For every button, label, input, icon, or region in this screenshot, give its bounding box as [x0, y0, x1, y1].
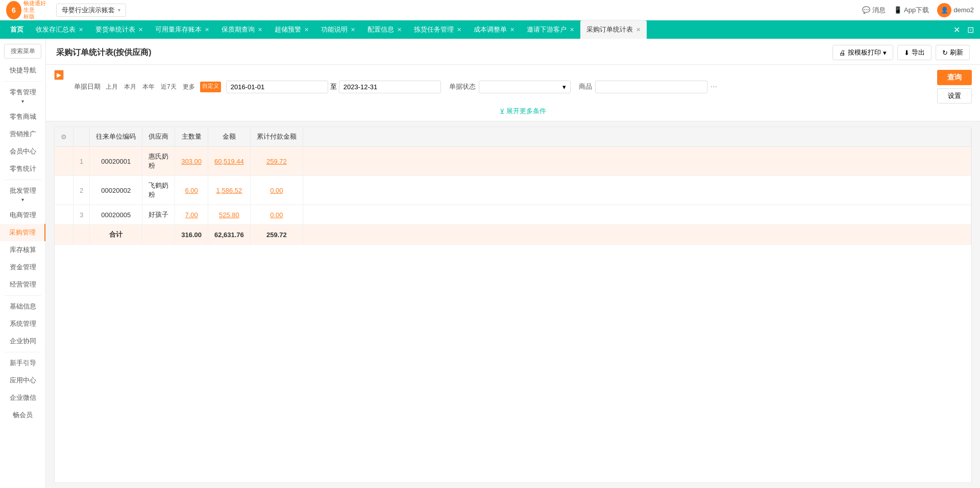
sidebar-item-member-center[interactable]: 会员中心 [0, 143, 45, 160]
sidebar-item-retail-mall[interactable]: 零售商城 [0, 108, 45, 125]
sidebar-item-newbie-guide[interactable]: 新手引导 [0, 354, 45, 372]
close-icon[interactable]: ✕ [138, 27, 143, 33]
tab-yaoqing[interactable]: 邀请下游客户 ✕ [521, 20, 580, 39]
date-to-input[interactable] [339, 81, 441, 93]
collapse-filter-button[interactable]: ▶ [54, 70, 64, 80]
tab-jianhuo[interactable]: 拣货任务管理 ✕ [408, 20, 468, 39]
tab-gongneng[interactable]: 功能说明 ✕ [315, 20, 361, 39]
sidebar-item-marketing[interactable]: 营销推广 [0, 125, 45, 143]
row-extra [303, 147, 971, 176]
sidebar-item-retail-mgmt[interactable]: 零售管理 ▾ [0, 84, 45, 108]
close-icon[interactable]: ✕ [258, 27, 262, 33]
sidebar-item-inventory[interactable]: 库存核算 [0, 241, 45, 259]
row-amount[interactable]: 1,586.52 [208, 176, 251, 205]
restore-tabs-icon[interactable]: ⊡ [965, 25, 976, 35]
expand-filters-button[interactable]: ⊻ 展开更多条件 [500, 107, 546, 116]
table-row: 2 00020002 飞鹤奶粉 6.00 1,586.52 0.00 [55, 176, 971, 205]
shortcut-7days[interactable]: 近7天 [159, 82, 179, 92]
app-download-button[interactable]: 📱 App下载 [894, 6, 929, 15]
tab-chengben[interactable]: 成本调整单 ✕ [468, 20, 521, 39]
close-icon[interactable]: ✕ [79, 27, 83, 33]
th-supplier: 供应商 [142, 127, 175, 147]
table-header-row: ⚙ 往来单位编码 供应商 主数量 金额 累计付款金额 [55, 127, 971, 147]
row-paid[interactable]: 0.00 [250, 205, 303, 225]
print-arrow-icon: ▾ [883, 49, 887, 57]
action-buttons: 查询 设置 [937, 70, 972, 104]
date-from-input[interactable] [226, 81, 328, 93]
row-index: 3 [74, 205, 90, 225]
sidebar-item-enterprise-wechat[interactable]: 企业微信 [0, 389, 45, 406]
sidebar-item-quick-nav[interactable]: 快捷导航 [0, 62, 45, 79]
tab-home[interactable]: 首页 [4, 20, 30, 39]
message-button[interactable]: 💬 消息 [862, 6, 886, 15]
page-title: 采购订单统计表(按供应商) [56, 47, 152, 58]
sidebar-item-retail-stats[interactable]: 零售统计 [0, 160, 45, 177]
status-select[interactable]: ▾ [479, 81, 571, 93]
date-shortcuts: 上月 本月 本年 近7天 更多 自定义 [104, 82, 221, 92]
close-icon[interactable]: ✕ [304, 27, 309, 33]
workspace-name: 母婴行业演示账套 [62, 6, 115, 15]
row-quantity[interactable]: 6.00 [175, 176, 208, 205]
close-icon[interactable]: ✕ [510, 27, 514, 33]
row-amount[interactable]: 525.80 [208, 205, 251, 225]
close-all-tabs-icon[interactable]: ✕ [951, 25, 962, 35]
sidebar-item-basic-info[interactable]: 基础信息 [0, 298, 45, 315]
refresh-button[interactable]: ↻ 刷新 [936, 45, 970, 60]
close-icon[interactable]: ✕ [351, 27, 355, 33]
footer-label-cell: 合计 [90, 225, 142, 245]
shortcut-this-month[interactable]: 本月 [122, 82, 138, 92]
export-button[interactable]: ⬇ 导出 [897, 45, 932, 60]
close-icon[interactable]: ✕ [570, 27, 574, 33]
footer-settings-cell [55, 225, 74, 245]
search-menu-button[interactable]: 搜索菜单 [4, 44, 41, 59]
row-quantity[interactable]: 303.00 [175, 147, 208, 176]
tab-keyongliang[interactable]: 可用量库存账本 ✕ [149, 20, 215, 39]
row-amount[interactable]: 60,519.44 [208, 147, 251, 176]
workspace-selector[interactable]: 母婴行业演示账套 ▾ [56, 4, 126, 17]
tab-caigou-active[interactable]: 采购订单统计表 ✕ [580, 20, 647, 39]
close-icon[interactable]: ✕ [205, 27, 209, 33]
goods-more-icon[interactable]: ··· [710, 82, 717, 91]
sidebar-item-purchase-mgmt[interactable]: 采购管理 [0, 224, 45, 241]
close-icon[interactable]: ✕ [636, 27, 641, 33]
status-filter-group: 单据状态 ▾ [449, 81, 571, 93]
row-supplier: 飞鹤奶粉 [142, 176, 175, 205]
export-icon: ⬇ [904, 49, 910, 57]
user-avatar: 👤 [937, 3, 951, 17]
tab-yaohuo[interactable]: 要货单统计表 ✕ [89, 20, 149, 39]
user-profile[interactable]: 👤 demo2 [937, 3, 974, 17]
shortcut-more[interactable]: 更多 [181, 82, 197, 92]
sidebar-item-finance[interactable]: 资金管理 [0, 259, 45, 276]
column-settings-icon[interactable]: ⚙ [61, 133, 67, 141]
sidebar-item-wholesale-mgmt[interactable]: 批发管理 ▾ [0, 182, 45, 207]
shortcut-last-month[interactable]: 上月 [104, 82, 120, 92]
close-icon[interactable]: ✕ [457, 27, 461, 33]
sidebar-item-member-app[interactable]: 畅会员 [0, 406, 45, 424]
sidebar-item-app-center[interactable]: 应用中心 [0, 372, 45, 389]
row-extra [303, 176, 971, 205]
shortcut-this-year[interactable]: 本年 [140, 82, 157, 92]
settings-button[interactable]: 设置 [937, 88, 972, 104]
tab-shoufacun[interactable]: 收发存汇总表 ✕ [30, 20, 89, 39]
th-index [74, 127, 90, 147]
row-index: 1 [74, 147, 90, 176]
footer-index-cell [74, 225, 90, 245]
query-button[interactable]: 查询 [937, 70, 972, 85]
row-quantity[interactable]: 7.00 [175, 205, 208, 225]
print-button[interactable]: 🖨 按模板打印 ▾ [832, 45, 893, 60]
footer-amount: 62,631.76 [208, 225, 251, 245]
row-settings-cell [55, 176, 74, 205]
close-icon[interactable]: ✕ [397, 27, 402, 33]
tab-baozhi[interactable]: 保质期查询 ✕ [215, 20, 268, 39]
row-paid[interactable]: 259.72 [250, 147, 303, 176]
row-paid[interactable]: 0.00 [250, 176, 303, 205]
sidebar-item-ecommerce[interactable]: 电商管理 [0, 207, 45, 224]
sidebar-item-ops-mgmt[interactable]: 经营管理 [0, 276, 45, 293]
tab-peizhi[interactable]: 配置信息 ✕ [361, 20, 408, 39]
goods-input[interactable] [595, 81, 707, 93]
sidebar-item-enterprise-collab[interactable]: 企业协同 [0, 332, 45, 350]
row-supplier: 惠氏奶粉 [142, 147, 175, 176]
data-table-container: ⚙ 往来单位编码 供应商 主数量 金额 累计付款金额 [54, 126, 972, 483]
tab-chaochu[interactable]: 超储预警 ✕ [268, 20, 315, 39]
sidebar-item-system-mgmt[interactable]: 系统管理 [0, 315, 45, 332]
